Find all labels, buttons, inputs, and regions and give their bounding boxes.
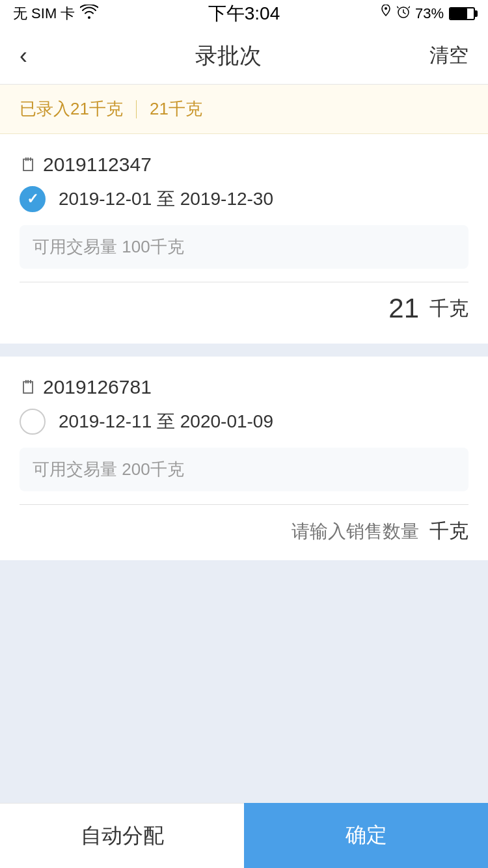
batch1-doc-icon: 🗒 bbox=[20, 154, 38, 176]
batch1-radio[interactable] bbox=[20, 186, 46, 212]
bottom-bar: 自动分配 确定 bbox=[0, 803, 488, 868]
batch2-qty-unit: 千克 bbox=[429, 518, 468, 545]
clear-button[interactable]: 清空 bbox=[429, 42, 468, 69]
confirm-button[interactable]: 确定 bbox=[244, 803, 488, 868]
batch1-id: 2019112347 bbox=[43, 154, 152, 176]
info-divider bbox=[136, 100, 137, 118]
batch2-doc-icon: 🗒 bbox=[20, 377, 38, 398]
batch2-card: 🗒 2019126781 2019-12-11 至 2020-01-09 可用交… bbox=[0, 357, 488, 491]
status-right: 73% bbox=[380, 5, 475, 23]
info-value: 21千克 bbox=[150, 98, 202, 120]
batch2-available: 可用交易量 200千克 bbox=[20, 448, 468, 491]
batch2-divider bbox=[20, 504, 468, 505]
batch1-available-text: 可用交易量 100千克 bbox=[33, 237, 184, 256]
battery-percentage: 73% bbox=[415, 5, 444, 22]
batch2-qty-input[interactable] bbox=[250, 521, 419, 542]
batch1-amount-row: 21 千克 bbox=[20, 293, 468, 324]
batch1-date-range: 2019-12-01 至 2019-12-30 bbox=[59, 187, 273, 211]
location-icon bbox=[380, 5, 392, 23]
wifi-icon bbox=[80, 5, 98, 23]
batch2-date-range: 2019-12-11 至 2020-01-09 bbox=[59, 409, 273, 434]
status-bar: 无 SIM 卡 下午3:04 73% bbox=[0, 0, 488, 27]
page-title: 录批次 bbox=[195, 41, 262, 71]
battery-icon bbox=[449, 7, 475, 20]
batch1-available: 可用交易量 100千克 bbox=[20, 225, 468, 269]
gray-empty-area bbox=[0, 560, 488, 834]
section-gap-1 bbox=[0, 344, 488, 357]
batch1-amount-value: 21 bbox=[388, 293, 419, 324]
status-time: 下午3:04 bbox=[208, 1, 280, 26]
batch2-input-section: 千克 bbox=[0, 491, 488, 560]
batch1-amount-section: 21 千克 bbox=[0, 269, 488, 344]
alarm-icon bbox=[397, 5, 410, 23]
batch1-card: 🗒 2019112347 2019-12-01 至 2019-12-30 可用交… bbox=[0, 134, 488, 269]
batch1-id-row: 🗒 2019112347 bbox=[20, 154, 468, 176]
batch1-date-row[interactable]: 2019-12-01 至 2019-12-30 bbox=[20, 186, 468, 212]
status-left: 无 SIM 卡 bbox=[13, 4, 98, 23]
recorded-label: 已录入21千克 bbox=[20, 98, 123, 120]
sim-text: 无 SIM 卡 bbox=[13, 4, 75, 23]
info-banner: 已录入21千克 21千克 bbox=[0, 85, 488, 134]
batch2-date-row[interactable]: 2019-12-11 至 2020-01-09 bbox=[20, 409, 468, 435]
batch2-id: 2019126781 bbox=[43, 376, 152, 398]
batch1-amount-unit: 千克 bbox=[429, 295, 468, 322]
svg-point-0 bbox=[385, 7, 387, 10]
batch2-radio[interactable] bbox=[20, 409, 46, 435]
back-button[interactable]: ‹ bbox=[20, 42, 27, 70]
batch1-divider bbox=[20, 282, 468, 282]
batch2-available-text: 可用交易量 200千克 bbox=[33, 459, 184, 479]
auto-distribute-button[interactable]: 自动分配 bbox=[0, 803, 244, 868]
batch2-id-row: 🗒 2019126781 bbox=[20, 376, 468, 398]
nav-bar: ‹ 录批次 清空 bbox=[0, 27, 488, 85]
